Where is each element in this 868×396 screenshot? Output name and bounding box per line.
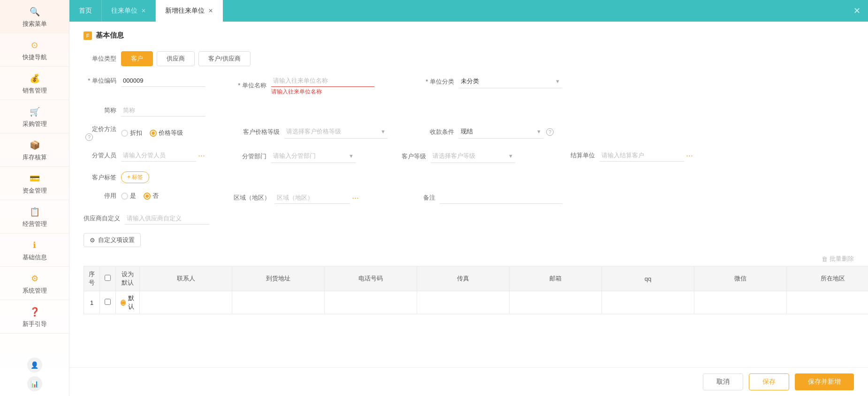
finance-icon: 💳	[30, 173, 40, 184]
payment-value: 现结	[461, 127, 473, 136]
settlement-label: 结算单位	[562, 151, 600, 160]
manager-more-icon[interactable]: ···	[196, 151, 207, 160]
radio-yes[interactable]: 是	[121, 192, 136, 200]
customer-level-select[interactable]: 请选择客户等级 ▼	[431, 149, 515, 163]
name-label: * 单位名称	[234, 81, 271, 90]
category-select[interactable]: 未分类 ▼	[459, 75, 562, 88]
manager-input[interactable]	[121, 149, 196, 162]
sidebar-item-purchase[interactable]: 🛒 采购管理	[0, 100, 69, 133]
radio-no-circle	[144, 193, 151, 200]
field-manager: 分管人员 ···	[84, 149, 224, 162]
radio-price-level[interactable]: 价格等级	[150, 129, 183, 137]
user-avatar[interactable]: 👤	[27, 357, 42, 373]
customer-price-select[interactable]: 请选择客户价格等级 ▼	[284, 125, 388, 139]
sidebar-item-label: 销售管理	[23, 86, 47, 95]
gear-icon: ⚙	[90, 237, 95, 244]
default-radio[interactable]	[121, 300, 126, 306]
operations-icon: 📋	[30, 207, 40, 217]
dept-select[interactable]: 请输入分管部门 ▼	[271, 149, 356, 163]
sidebar-item-guide[interactable]: ❓ 新手引导	[0, 300, 69, 334]
tab-home[interactable]: 首页	[69, 0, 102, 22]
cell-fax[interactable]	[417, 291, 510, 314]
settlement-input[interactable]	[600, 149, 684, 162]
tag-btn-label: + 标签	[127, 173, 143, 181]
fax-input[interactable]	[422, 297, 504, 309]
tag-label: 客户标签	[84, 173, 121, 182]
col-area: 所在地区	[787, 266, 868, 291]
save-button[interactable]: 保存	[749, 373, 789, 390]
select-all-checkbox[interactable]	[105, 275, 111, 281]
btn-supplier[interactable]: 供应商	[157, 51, 195, 66]
sales-icon: 💰	[30, 73, 40, 84]
customer-level-arrow: ▼	[508, 153, 513, 159]
sidebar: 🔍 搜索菜单 ⊙ 快捷导航 💰 销售管理 🛒 采购管理 📦 库存核算 💳 资金管…	[0, 0, 69, 396]
radio-no[interactable]: 否	[144, 192, 159, 200]
btn-customer[interactable]: 客户	[121, 51, 153, 66]
sidebar-item-basic-info[interactable]: ℹ 基础信息	[0, 233, 69, 267]
payment-help-icon[interactable]: ?	[546, 128, 554, 136]
sidebar-item-quicknav[interactable]: ⊙ 快捷导航	[0, 33, 69, 67]
radio-discount[interactable]: 折扣	[121, 129, 142, 137]
tab-partner-close[interactable]: ✕	[141, 8, 146, 14]
add-tag-btn[interactable]: + 标签	[121, 171, 149, 183]
supplier-custom-input[interactable]	[125, 212, 209, 225]
pricing-help-icon[interactable]: ?	[85, 133, 93, 141]
sidebar-item-inventory[interactable]: 📦 库存核算	[0, 133, 69, 167]
tab-partner[interactable]: 往来单位 ✕	[102, 0, 156, 22]
col-qq: qq	[602, 266, 694, 291]
batch-delete-label[interactable]: 批量删除	[830, 255, 854, 263]
sidebar-item-label: 新手引导	[23, 320, 47, 328]
sidebar-item-search[interactable]: 🔍 搜索菜单	[0, 0, 69, 33]
tab-home-label: 首页	[79, 7, 92, 15]
code-input[interactable]	[121, 75, 206, 87]
sidebar-item-sales[interactable]: 💰 销售管理	[0, 67, 69, 100]
area-more-icon[interactable]: ···	[350, 194, 361, 202]
disabled-radio-group: 是 否	[121, 192, 159, 200]
wechat-input[interactable]	[699, 297, 782, 309]
col-email: 邮箱	[510, 266, 602, 291]
name-input[interactable]	[271, 75, 374, 87]
sidebar-item-finance[interactable]: 💳 资金管理	[0, 167, 69, 200]
field-customer-level: 客户等级 请选择客户等级 ▼	[393, 149, 553, 163]
sidebar-item-operations[interactable]: 📋 经营管理	[0, 200, 69, 233]
category-value: 未分类	[461, 77, 479, 85]
cell-contact[interactable]	[140, 291, 232, 314]
table-row: 1 默认	[84, 291, 868, 314]
field-code: * 单位编码	[84, 75, 215, 87]
tab-new-partner-close[interactable]: ✕	[208, 8, 213, 14]
table-header-row: 序号 设为默认 联系人 到货地址 电话号码 传真 邮箱 qq 微信 所在地区 操…	[84, 266, 868, 291]
btn-both[interactable]: 客户/供应商	[198, 51, 251, 66]
settlement-more-icon[interactable]: ···	[684, 151, 695, 160]
area-input[interactable]	[275, 192, 350, 204]
cell-email[interactable]	[510, 291, 602, 314]
section-title-label: 基本信息	[96, 31, 124, 40]
save-new-button[interactable]: 保存并新增	[795, 373, 854, 390]
cell-phone[interactable]	[325, 291, 417, 314]
cell-qq[interactable]	[602, 291, 694, 314]
sidebar-item-label: 搜索菜单	[23, 20, 47, 28]
address-input[interactable]	[237, 297, 320, 309]
cell-address[interactable]	[232, 291, 325, 314]
abbr-input[interactable]	[121, 104, 206, 116]
customer-level-label: 客户等级	[393, 152, 431, 161]
cell-checkbox[interactable]	[100, 291, 116, 314]
payment-select[interactable]: 现结 ▼	[459, 125, 543, 139]
sidebar-item-label: 系统管理	[23, 287, 47, 295]
phone-input[interactable]	[329, 297, 412, 309]
qq-input[interactable]	[607, 297, 689, 309]
email-input[interactable]	[514, 297, 597, 309]
row-checkbox[interactable]	[105, 299, 111, 305]
custom-settings-btn[interactable]: ⚙ 自定义项设置	[84, 233, 141, 247]
area-table-input[interactable]	[792, 297, 868, 309]
cell-wechat[interactable]	[694, 291, 787, 314]
tab-new-partner[interactable]: 新增往来单位 ✕	[156, 0, 223, 22]
close-all-tabs[interactable]: ✕	[846, 0, 868, 22]
cell-area[interactable]	[787, 291, 868, 314]
contact-input[interactable]	[145, 297, 227, 309]
cancel-button[interactable]: 取消	[703, 373, 743, 390]
sidebar-item-system[interactable]: ⚙ 系统管理	[0, 267, 69, 300]
note-input[interactable]	[440, 192, 562, 204]
settings-bottom-icon[interactable]: 📊	[27, 376, 42, 391]
field-name: * 单位名称 请输入往来单位名称	[234, 75, 403, 96]
col-checkbox[interactable]	[100, 266, 116, 291]
